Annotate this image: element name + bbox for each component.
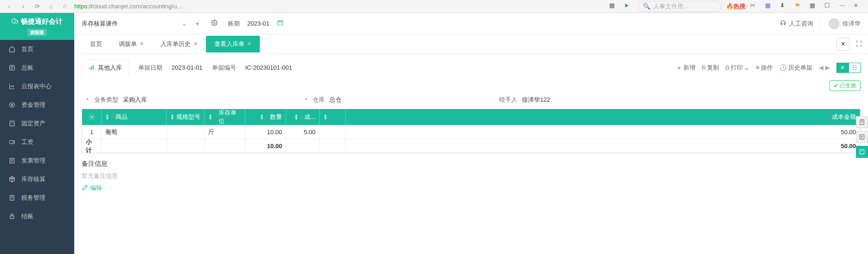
more-icon[interactable]: ⋯ [839, 2, 849, 11]
col-name[interactable]: ▲▼*商品 [102, 109, 167, 125]
account-selector[interactable]: 库存核算课件 [82, 20, 174, 28]
close-icon[interactable]: ✕ [247, 41, 251, 47]
svg-rect-11 [91, 66, 92, 69]
flag-icon[interactable]: ⚑ [795, 2, 804, 11]
building-icon [8, 120, 16, 127]
sidebar-item-home[interactable]: 首页 [0, 40, 74, 59]
col-blank[interactable]: ▲▼ [320, 109, 346, 125]
sidebar-item-label: 结账 [21, 212, 33, 221]
remarks-title: 备注信息 [82, 160, 861, 168]
headset-icon [780, 20, 786, 27]
chevron-down-icon[interactable]: ⌄ [182, 20, 187, 27]
subtotal-amount: 50.00 [346, 139, 860, 153]
tab-inbound-history[interactable]: 入库单历史 ✕ [152, 36, 206, 52]
tax-icon [8, 194, 16, 202]
status-badge: ✔ 已生效 [829, 80, 861, 91]
subtotal-qty: 10.00 [245, 139, 286, 153]
sidebar-item-label: 税务管理 [21, 194, 45, 202]
back-icon[interactable]: ‹ [5, 2, 14, 11]
print-button[interactable]: ⎙打印 ⌄ [726, 64, 749, 72]
sidebar-item-closing[interactable]: 结账 [0, 207, 74, 226]
expand-icon[interactable]: ⛶ [852, 38, 865, 51]
doc-no-value: IC-20230101-001 [245, 64, 292, 71]
grid-icon[interactable]: ▦ [765, 2, 774, 11]
url-bar[interactable]: https://cloud.chanjet.com/accounting/u..… [74, 3, 604, 10]
col-amount[interactable]: *成本金额 [346, 109, 860, 125]
sidebar-item-label: 工资 [21, 138, 33, 146]
list-view-button[interactable]: ≡ [836, 63, 849, 73]
check-icon: ✔ [834, 83, 838, 89]
close-icon[interactable]: ✕ [140, 41, 144, 47]
cell-amount: 50.00 [346, 125, 860, 139]
col-spec[interactable]: ▲▼规格型号 [167, 109, 205, 125]
field-warehouse: * 仓库 总仓 [305, 96, 341, 104]
sidebar-item-assets[interactable]: 固定资产 [0, 114, 74, 133]
side-tool-doc[interactable] [856, 116, 868, 128]
tab-transfer[interactable]: 调拨单 ✕ [110, 36, 152, 52]
new-button[interactable]: ＋新增 [676, 64, 695, 72]
wallet-icon [8, 138, 16, 146]
table-row[interactable]: 1 葡萄 斤 10.00 5.00 50.00 [82, 125, 860, 139]
brand[interactable]: 畅捷通好会计 旗舰版 [0, 13, 74, 40]
history-button[interactable]: 🕓历史单据 [779, 64, 812, 72]
svg-rect-9 [277, 21, 283, 25]
col-cost[interactable]: ▲▼*成... [286, 109, 320, 125]
ops-button[interactable]: ≡操作 [756, 64, 773, 72]
close-icon[interactable]: ✕ [193, 41, 198, 47]
hot-icon[interactable]: 🔥热搜 [726, 2, 746, 11]
download-icon[interactable]: ⬇ [780, 2, 789, 11]
card-view-button[interactable]: ☷ [849, 63, 861, 73]
doc-date-value: 2023-01-01 [172, 64, 203, 71]
arrow-icon[interactable]: ➤ [624, 2, 633, 11]
gear-column[interactable] [82, 109, 102, 125]
side-tool-note[interactable] [856, 131, 868, 143]
sidebar-item-reports[interactable]: 云报表中心 [0, 77, 74, 96]
forward-icon[interactable]: › [19, 2, 28, 11]
period-value[interactable]: 2023-01 [247, 20, 270, 27]
close-all-button[interactable]: ✕ [836, 38, 849, 51]
col-qty[interactable]: ▲▼*数量 [245, 109, 286, 125]
scissors-icon[interactable]: ✂ [750, 2, 759, 11]
brand-name: 畅捷通好会计 [21, 17, 63, 26]
home-icon [8, 46, 16, 53]
sidebar-item-tax[interactable]: 税务管理 [0, 189, 74, 207]
sidebar-item-inventory[interactable]: 库存核算 [0, 170, 74, 189]
sidebar-item-salary[interactable]: 工资 [0, 133, 74, 151]
side-tool-help[interactable] [856, 146, 868, 158]
biz-type-value: 采购入库 [123, 96, 147, 104]
tab-view-inbound[interactable]: 查看入库单 ✕ [206, 36, 260, 52]
money-icon [8, 101, 16, 109]
refresh-icon[interactable]: ⟳ [32, 2, 42, 11]
table-header: ▲▼*商品 ▲▼规格型号 ▲▼*库存单位 ▲▼*数量 ▲▼*成... ▲▼ *成… [82, 109, 860, 125]
menu-icon[interactable]: ≡ [854, 2, 863, 11]
sidebar-item-funds[interactable]: 资金管理 [0, 96, 74, 114]
gear-icon[interactable] [211, 20, 220, 27]
star-icon[interactable]: ☆ [60, 2, 70, 11]
handler-value: 徐泽华122 [522, 96, 550, 104]
box-icon [8, 176, 16, 183]
sidebar-item-invoice[interactable]: 发票管理 [0, 151, 74, 170]
next-icon[interactable]: ▶ [825, 64, 830, 71]
support-button[interactable]: 人工咨询 [780, 20, 813, 28]
tab-home[interactable]: 首页 [82, 36, 110, 52]
sidebar-item-label: 资金管理 [21, 101, 45, 109]
bookmark-icon[interactable]: ☐ [824, 2, 834, 11]
calendar-icon[interactable] [277, 20, 286, 27]
subtotal-label: 小计 [82, 139, 102, 153]
doc-type-tab[interactable]: 其他入库 [82, 59, 129, 76]
search-box[interactable]: 🔍 人事文件用... [638, 1, 721, 12]
home-icon[interactable]: ⌂ [46, 2, 56, 11]
sidebar-item-ledger[interactable]: 总账 [0, 59, 74, 77]
user-menu[interactable]: 徐泽华 [829, 18, 861, 29]
col-unit[interactable]: ▲▼*库存单位 [205, 109, 245, 125]
qr-icon[interactable]: ▦ [609, 2, 618, 11]
cell-name: 葡萄 [102, 125, 167, 139]
side-tools [856, 116, 868, 158]
prev-icon[interactable]: ◀ [819, 64, 823, 71]
copy-button[interactable]: ⎘复制 [702, 64, 719, 72]
edit-remarks-button[interactable]: 编辑 [82, 184, 861, 192]
app-icon[interactable]: ▦ [810, 2, 819, 11]
plus-icon[interactable]: ＋ [194, 20, 204, 28]
form-fields: * 业务类型 采购入库 * 仓库 总仓 经手人 徐泽华122 [82, 96, 861, 104]
sidebar-item-label: 首页 [21, 45, 33, 53]
